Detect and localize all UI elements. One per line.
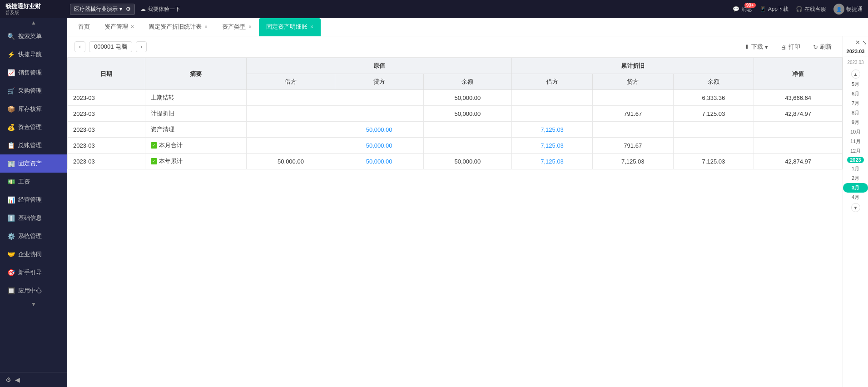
sidebar-item-basic-info[interactable]: ℹ️ 基础信息 xyxy=(0,209,67,227)
fixed-assets-icon: 🏢 xyxy=(7,160,15,167)
print-button[interactable]: 🖨 打印 xyxy=(777,41,804,53)
cell-netvalue xyxy=(754,138,843,154)
cell-leiji-balance xyxy=(673,122,754,138)
sidebar-item-label: 采购管理 xyxy=(18,87,42,95)
timeline-month-12[interactable]: 12月 xyxy=(843,146,868,156)
asset-next-btn[interactable]: › xyxy=(136,41,147,52)
timeline-month-1[interactable]: 1月 xyxy=(843,164,868,174)
sidebar-settings-btn[interactable]: ⚙ xyxy=(5,376,11,383)
download-arrow: ▾ xyxy=(765,44,768,50)
timeline-scroll-down-btn[interactable]: ▼ xyxy=(851,203,860,212)
download-label: 下载 xyxy=(751,43,763,51)
sidebar-item-finance[interactable]: 💰 资金管理 xyxy=(0,118,67,136)
table-row: 2023-03上期结转50,000.006,333.3643,666.64 xyxy=(68,90,843,106)
download-icon: 📱 xyxy=(759,6,766,12)
user-profile[interactable]: 👤 畅捷通 xyxy=(833,4,863,15)
sidebar-collapse-btn[interactable]: ◀ xyxy=(15,376,20,383)
sidebar-item-inventory[interactable]: 📦 库存核算 xyxy=(0,100,67,118)
cell-yuanzhi-debit xyxy=(247,90,335,106)
download-button[interactable]: ⬇ 下载 ▾ xyxy=(741,41,772,53)
tab-asset-type[interactable]: 资产类型 × xyxy=(215,18,259,36)
sidebar-footer: ⚙ ◀ xyxy=(0,372,67,387)
timeline-scroll-up-btn[interactable]: ▲ xyxy=(851,69,860,79)
sidebar-item-label: 资金管理 xyxy=(18,123,42,131)
timeline-month-3[interactable]: 3月 xyxy=(843,183,868,193)
tab-asset-detail[interactable]: 固定资产明细账 × xyxy=(259,18,321,36)
col-yuanzhi-credit: 贷方 xyxy=(335,74,423,90)
cell-yuanzhi-balance xyxy=(423,122,512,138)
main-layout: ▲ 🔍 搜索菜单 ⚡ 快捷导航 📈 销售管理 🛒 采购管理 📦 库存核算 💰 资… xyxy=(0,18,868,387)
sidebar-item-purchase[interactable]: 🛒 采购管理 xyxy=(0,82,67,100)
top-header: 畅捷通好业财 普及版 医疗器械行业演示 ▾ ⚙ ☁ 我要体验一下 💬 消息 99… xyxy=(0,0,868,18)
cell-netvalue: 42,874.97 xyxy=(754,154,843,169)
sidebar-item-management[interactable]: 📊 经营管理 xyxy=(0,191,67,209)
timeline-month-6[interactable]: 6月 xyxy=(843,89,868,99)
timeline-month-4[interactable]: 4月 xyxy=(843,193,868,202)
sidebar-scroll-up[interactable]: ▲ xyxy=(0,18,67,27)
message-button[interactable]: 💬 消息 99+ xyxy=(733,5,752,13)
tab-bar: 首页 资产管理 × 固定资产折旧统计表 × 资产类型 × 固定资产明细账 × xyxy=(67,18,868,36)
try-label: 我要体验一下 xyxy=(148,5,180,13)
sidebar-item-ledger[interactable]: 📋 总账管理 xyxy=(0,136,67,154)
panel-expand-icon[interactable]: ⤡ xyxy=(862,39,867,46)
sidebar-item-system[interactable]: ⚙️ 系统管理 xyxy=(0,227,67,245)
cell-leiji-balance: 6,333.36 xyxy=(673,90,754,106)
sidebar-item-label: 经营管理 xyxy=(18,196,42,204)
sidebar-item-sales[interactable]: 📈 销售管理 xyxy=(0,64,67,82)
table-area: ‹ 000001 电脑 › ⬇ 下载 ▾ 🖨 打印 xyxy=(67,36,843,387)
sidebar-item-payroll[interactable]: 💵 工资 xyxy=(0,173,67,191)
cell-leiji-balance: 7,125.03 xyxy=(673,106,754,122)
tab-asset-type-close[interactable]: × xyxy=(248,24,252,30)
timeline-month-8[interactable]: 8月 xyxy=(843,108,868,118)
sidebar-item-guide[interactable]: 🎯 新手引导 xyxy=(0,263,67,282)
tab-asset-management[interactable]: 资产管理 × xyxy=(97,18,141,36)
tab-home-label: 首页 xyxy=(78,23,90,31)
cell-date: 2023-03 xyxy=(68,106,145,122)
cell-yuanzhi-debit xyxy=(247,122,335,138)
col-leiji: 累计折旧 xyxy=(512,58,754,74)
timeline-month-11[interactable]: 11月 xyxy=(843,137,868,146)
asset-prev-btn[interactable]: ‹ xyxy=(74,41,85,52)
asset-nav: ‹ 000001 电脑 › ⬇ 下载 ▾ 🖨 打印 xyxy=(67,36,843,58)
table-row: 2023-03计提折旧50,000.00791.677,125.0342,874… xyxy=(68,106,843,122)
tab-depreciation-stats[interactable]: 固定资产折旧统计表 × xyxy=(141,18,215,36)
sidebar-item-quicknav[interactable]: ⚡ 快捷导航 xyxy=(0,45,67,64)
customer-service-button[interactable]: 🎧 在线客服 xyxy=(796,5,826,13)
col-yuanzhi-debit: 借方 xyxy=(247,74,335,90)
sidebar-item-collab[interactable]: 🤝 企业协同 xyxy=(0,245,67,263)
tab-asset-detail-close[interactable]: × xyxy=(310,24,313,30)
username: 畅捷通 xyxy=(846,5,863,13)
sidebar-scroll-down[interactable]: ▼ xyxy=(0,300,67,309)
cell-yuanzhi-credit: 50,000.00 xyxy=(335,138,423,154)
sidebar-item-label: 固定资产 xyxy=(18,159,42,168)
company-selector[interactable]: 医疗器械行业演示 ▾ ⚙ xyxy=(70,4,135,15)
sidebar-item-search[interactable]: 🔍 搜索菜单 xyxy=(0,27,67,45)
timeline-month-7[interactable]: 7月 xyxy=(843,99,868,108)
sidebar-item-label: 库存核算 xyxy=(18,105,42,113)
sidebar-item-appstore[interactable]: 🔲 应用中心 xyxy=(0,282,67,300)
col-desc: 摘要 xyxy=(145,58,246,90)
system-icon: ⚙️ xyxy=(7,233,15,240)
timeline-month-2[interactable]: 2月 xyxy=(843,174,868,183)
sidebar-item-label: 快捷导航 xyxy=(18,50,42,59)
quicknav-icon: ⚡ xyxy=(7,51,15,58)
timeline-month-9[interactable]: 9月 xyxy=(843,118,868,127)
settings-icon[interactable]: ⚙ xyxy=(126,6,131,12)
download-icon: ⬇ xyxy=(744,44,749,50)
ledger-icon: 📋 xyxy=(7,142,15,149)
app-download-label: App下载 xyxy=(768,5,789,13)
try-button[interactable]: ☁ 我要体验一下 xyxy=(140,5,180,13)
cell-leiji-credit xyxy=(592,122,673,138)
app-download-button[interactable]: 📱 App下载 xyxy=(759,5,789,13)
dropdown-arrow-icon: ▾ xyxy=(119,6,122,12)
cell-yuanzhi-debit xyxy=(247,106,335,122)
refresh-button[interactable]: ↻ 刷新 xyxy=(809,41,835,53)
panel-close-icon[interactable]: ✕ xyxy=(855,39,860,46)
tab-asset-management-close[interactable]: × xyxy=(131,24,134,30)
timeline-month-5[interactable]: 5月 xyxy=(843,79,868,89)
timeline-month-10[interactable]: 10月 xyxy=(843,127,868,137)
message-badge: 99+ xyxy=(744,3,756,8)
tab-home[interactable]: 首页 xyxy=(71,18,97,36)
sidebar-item-fixed-assets[interactable]: 🏢 固定资产 xyxy=(0,154,67,173)
tab-depreciation-stats-close[interactable]: × xyxy=(204,24,208,30)
